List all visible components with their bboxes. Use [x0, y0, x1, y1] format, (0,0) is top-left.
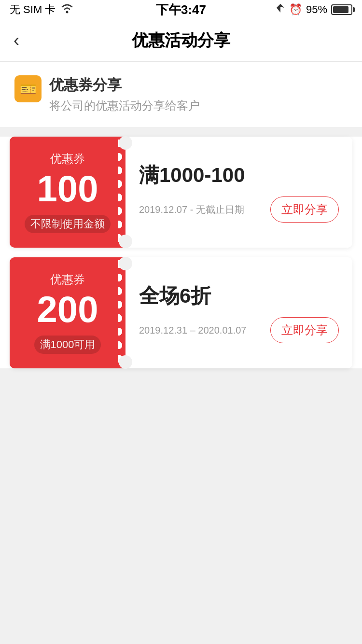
coupon-left-2: 优惠券 200 满1000可用 — [10, 257, 125, 368]
nav-title: 优惠活动分享 — [132, 29, 230, 52]
coupon-amount-1: 100 — [37, 170, 98, 207]
back-button[interactable]: ‹ — [14, 32, 19, 49]
wifi-icon — [60, 3, 74, 16]
status-time: 下午3:47 — [156, 1, 206, 18]
coupon-right-2: 全场6折 2019.12.31 – 2020.01.07 立即分享 — [125, 257, 352, 368]
coupon-amount-2: 200 — [37, 291, 98, 328]
nav-bar: ‹ 优惠活动分享 — [0, 19, 362, 62]
carrier-text: 无 SIM 卡 — [10, 2, 56, 17]
coupon-notch-bottom-2 — [119, 355, 132, 369]
section-subtitle: 将公司的优惠活动分享给客户 — [49, 98, 200, 113]
coupon-notch-top-2 — [119, 257, 132, 270]
coupon-notch-top-1 — [119, 136, 132, 150]
coupon-right-1: 满1000-100 2019.12.07 - 无截止日期 立即分享 — [125, 137, 352, 248]
coupon-card-1: 优惠券 100 不限制使用金额 满1000-100 2019.12.07 - 无… — [10, 137, 352, 248]
coupon-label-1: 优惠券 — [50, 151, 85, 167]
location-icon — [276, 3, 285, 16]
share-button-2[interactable]: 立即分享 — [270, 317, 339, 343]
section-header: 🎫 优惠券分享 将公司的优惠活动分享给客户 — [0, 62, 362, 127]
coupon-date-2: 2019.12.31 – 2020.01.07 — [139, 325, 265, 336]
coupon-condition-1: 不限制使用金额 — [25, 215, 111, 233]
battery-percent: 95% — [306, 3, 327, 16]
section-title: 优惠券分享 — [49, 75, 200, 95]
section-text: 优惠券分享 将公司的优惠活动分享给客户 — [49, 75, 200, 113]
coupon-name-2: 全场6折 — [139, 282, 339, 309]
share-button-1[interactable]: 立即分享 — [270, 196, 339, 223]
coupon-meta-2: 2019.12.31 – 2020.01.07 立即分享 — [139, 317, 339, 343]
coupon-condition-2: 满1000可用 — [34, 336, 101, 354]
battery-icon — [331, 4, 352, 15]
coupon-name-1: 满1000-100 — [139, 162, 339, 189]
battery-fill — [333, 6, 348, 13]
coupon-label-2: 优惠券 — [50, 272, 85, 287]
status-left: 无 SIM 卡 — [10, 2, 74, 17]
coupon-share-icon: 🎫 — [14, 75, 42, 102]
coupon-list: 优惠券 100 不限制使用金额 满1000-100 2019.12.07 - 无… — [0, 137, 362, 368]
coupon-date-1: 2019.12.07 - 无截止日期 — [139, 203, 265, 216]
coupon-meta-1: 2019.12.07 - 无截止日期 立即分享 — [139, 196, 339, 223]
gray-area — [0, 378, 362, 644]
coupon-notch-bottom-1 — [119, 235, 132, 248]
alarm-icon: ⏰ — [289, 3, 302, 16]
svg-point-0 — [66, 11, 69, 14]
status-bar: 无 SIM 卡 下午3:47 ⏰ 95% — [0, 0, 362, 19]
status-right: ⏰ 95% — [276, 3, 352, 16]
coupon-left-1: 优惠券 100 不限制使用金额 — [10, 137, 125, 248]
coupon-card-2: 优惠券 200 满1000可用 全场6折 2019.12.31 – 2020.0… — [10, 257, 352, 368]
